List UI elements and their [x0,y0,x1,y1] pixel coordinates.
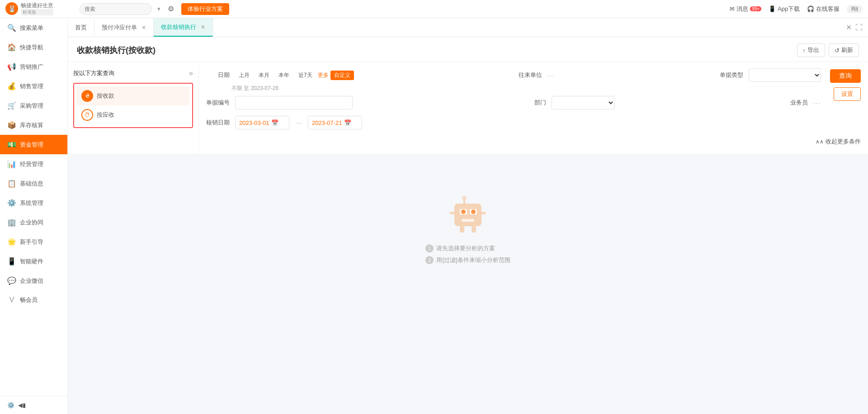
message-icon: ✉ [730,5,735,12]
date-tab-this-year[interactable]: 本年 [275,71,293,80]
sidebar-item-guide[interactable]: 🌟 新手引导 [0,232,67,252]
svg-rect-10 [460,226,464,233]
query-btn[interactable]: 查询 [830,69,861,83]
inventory-icon: 📦 [7,121,16,129]
content-area: 首页 预付冲应付单 ✕ 收款核销执行 ✕ ✕ ⛶ 收款核销执行(按收款) [68,18,868,414]
sidebar-item-quick-nav[interactable]: 🏠 快捷导航 [0,38,67,57]
wechat-icon: 💬 [7,276,16,285]
salesperson-dots[interactable]: ··· [813,100,821,106]
tab-prepay[interactable]: 预付冲应付单 ✕ [94,18,154,37]
tab-prepay-close[interactable]: ✕ [142,24,146,31]
enterprise-icon: 🏢 [7,218,16,227]
writeoff-date-start[interactable]: 2023-03-01 📅 [235,116,289,129]
dept-label: 部门 [523,99,546,107]
operations-icon: 📊 [7,160,16,168]
user-badge[interactable]: Rit [847,5,863,13]
writeoff-start-text: 2023-03-01 [239,119,269,126]
doc-no-label: 单据编号 [206,99,230,107]
svg-rect-11 [472,226,476,233]
sidebar-label-basic-info: 基础信息 [20,180,43,188]
app-download-icon: 📱 [769,5,776,12]
date-label: 日期 [206,71,230,79]
top-search-input[interactable] [80,3,152,15]
refresh-label: 刷新 [841,46,853,54]
system-icon: ⚙️ [7,199,16,207]
app-download-btn[interactable]: 📱 App下载 [769,5,800,13]
home-icon: 🏠 [7,43,16,52]
doc-type-select[interactable] [749,68,821,82]
sidebar-item-inventory[interactable]: 📦 库存核算 [0,115,67,135]
date-tab-7days[interactable]: 近7天 [295,71,316,80]
purchase-icon: 🛒 [7,101,16,110]
settings-btn[interactable]: 设置 [834,87,861,101]
top-bar: 🐰 畅捷通好生意 标准版 ▾ ⚙ 体验行业方案 ✉ 消息 99+ 📱 App下载… [0,0,868,18]
app-version: 标准版 [21,9,53,15]
filter-option-by-receipt[interactable]: ₴ 按收款 [77,86,189,105]
calendar-end-icon[interactable]: 📅 [344,119,351,126]
dept-select[interactable] [552,96,615,109]
sidebar-label-wechat: 企业微信 [20,277,43,285]
capital-icon: 💵 [7,140,16,149]
sidebar-item-sales[interactable]: 💰 销售管理 [0,76,67,96]
online-service-btn[interactable]: 🎧 在线客服 [807,5,840,13]
svg-rect-5 [462,219,474,222]
sidebar-collapse-toggle[interactable]: ◀▮ [18,402,26,409]
writeoff-date-label: 核销日期 [206,119,230,127]
search-icon: 🔍 [7,24,16,32]
doc-no-input[interactable] [235,96,353,109]
marketing-icon: 📢 [7,62,16,71]
sidebar-item-search-menu[interactable]: 🔍 搜索菜单 [0,18,67,38]
calendar-start-icon[interactable]: 📅 [271,119,278,126]
date-tab-last-month[interactable]: 上月 [235,71,253,80]
settings-gear-icon[interactable]: ⚙ [168,5,174,13]
filter-option-receivable-label: 按应收 [97,111,114,119]
sidebar-label-enterprise: 企业协同 [20,219,43,227]
collapse-more-row: ∧∧ 收起更多条件 [206,136,861,148]
tab-collect-close[interactable]: ✕ [201,24,205,30]
filter-col-main: 日期 上月 本月 本年 近7天 更多 自定义 往来 [206,68,821,136]
sidebar-item-member[interactable]: V 畅会员 [0,290,67,309]
date-tab-this-month[interactable]: 本月 [255,71,273,80]
solution-btn[interactable]: 体验行业方案 [181,3,229,15]
export-btn[interactable]: ↑ 导出 [797,43,826,57]
receipt-icon: ₴ [81,90,93,102]
writeoff-date-end[interactable]: 2023-07-21 📅 [308,116,362,129]
sidebar-item-capital[interactable]: 💵 资金管理 [0,135,67,154]
sidebar-label-system: 系统管理 [20,199,43,207]
collapse-more-btn[interactable]: ∧∧ 收起更多条件 [816,138,861,146]
sidebar-item-enterprise[interactable]: 🏢 企业协同 [0,213,67,232]
tab-collect[interactable]: 收款核销执行 ✕ [154,18,213,37]
sidebar-settings-btn[interactable]: ⚙️ ◀▮ [0,396,67,414]
filter-panel-collapse-icon[interactable]: » [189,69,193,77]
basic-info-icon: 📋 [7,179,16,188]
search-chevron-icon[interactable]: ▾ [157,5,160,12]
date-tab-custom[interactable]: 自定义 [330,71,354,80]
logo-area: 🐰 畅捷通好生意 标准版 [5,2,69,15]
page-title: 收款核销执行(按收款) [77,45,156,56]
filter-row-3: 核销日期 2023-03-01 📅 — 2023-07-21 📅 [206,116,821,129]
top-bar-right: ✉ 消息 99+ 📱 App下载 🎧 在线客服 Rit [730,5,863,13]
svg-rect-0 [454,204,481,226]
svg-point-3 [461,209,466,214]
tab-home[interactable]: 首页 [68,18,94,37]
sidebar-item-operations[interactable]: 📊 经营管理 [0,154,67,174]
tab-maximize-btn[interactable]: ⛶ [854,22,864,33]
tab-prepay-label: 预付冲应付单 [102,24,137,32]
tab-close-all-btn[interactable]: ✕ [844,21,854,33]
counterparty-dots[interactable]: ··· [547,72,555,79]
sidebar-item-basic-info[interactable]: 📋 基础信息 [0,174,67,193]
filter-option-by-receivable[interactable]: ⏱ 按应收 [77,105,189,124]
sidebar-item-marketing[interactable]: 📢 营销推广 [0,57,67,76]
sidebar-item-smart-hw[interactable]: 📱 智能硬件 [0,252,67,271]
refresh-btn[interactable]: ↺ 刷新 [829,43,859,57]
sidebar-label-sales: 销售管理 [20,82,43,90]
sidebar-label-capital: 资金管理 [20,141,43,149]
message-btn[interactable]: ✉ 消息 99+ [730,5,761,13]
date-more-link[interactable]: 更多 [318,71,329,79]
sidebar: 🔍 搜索菜单 🏠 快捷导航 📢 营销推广 💰 销售管理 🛒 采购管理 📦 库存核… [0,18,68,414]
sidebar-label-guide: 新手引导 [20,238,43,246]
sidebar-item-purchase[interactable]: 🛒 采购管理 [0,96,67,115]
refresh-icon: ↺ [835,47,840,54]
sidebar-item-system[interactable]: ⚙️ 系统管理 [0,193,67,213]
sidebar-item-wechat[interactable]: 💬 企业微信 [0,271,67,290]
